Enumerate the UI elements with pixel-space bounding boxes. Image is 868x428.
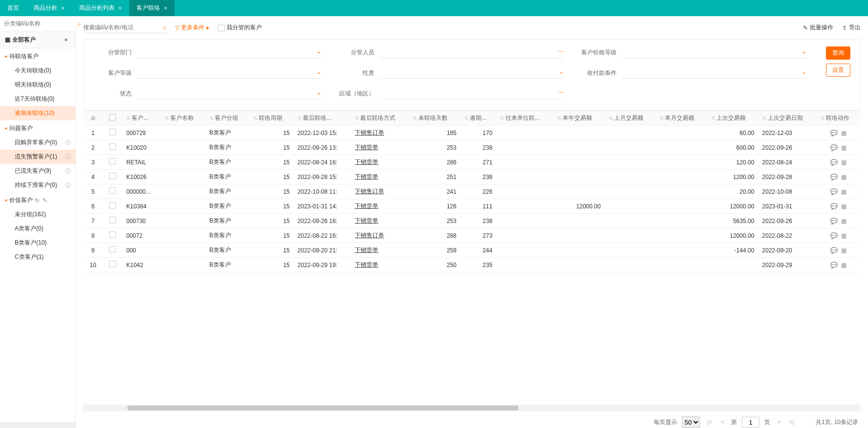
checkbox-icon[interactable] — [109, 231, 116, 238]
chat-icon[interactable]: 💬 — [830, 130, 838, 136]
last-page-button[interactable]: >| — [787, 419, 796, 426]
chat-icon[interactable]: 💬 — [830, 218, 838, 225]
sidebar-bottom-scroll[interactable] — [0, 422, 75, 428]
table-row[interactable]: 3RETAILB类客户152022-08-24 16:下销货单286271120… — [83, 155, 861, 170]
close-icon[interactable]: × — [164, 5, 167, 12]
table-column-header[interactable]: 上月交易额 — [605, 111, 656, 126]
chat-icon[interactable]: 💬 — [830, 174, 838, 180]
table-column-header[interactable]: 未联络天数 — [409, 111, 460, 126]
table-row[interactable]: 800072B类客户152022-08-22 16:下销售订单288273120… — [83, 228, 861, 243]
more-conditions-link[interactable]: ▽ 更多条件 ▾ — [175, 23, 209, 32]
tree-item[interactable]: 流失预警客户(1)ⓘ — [0, 150, 75, 164]
tree-group[interactable]: ▾价值客户↻✎ — [0, 192, 75, 207]
my-customers-checkbox[interactable]: 我分管的客户 — [218, 23, 262, 32]
qr-icon[interactable]: ▦ — [841, 188, 846, 195]
filter-input[interactable]: ⌄ — [137, 46, 321, 58]
tree-item[interactable]: C类客户(1) — [0, 250, 75, 264]
table-column-header[interactable]: ⚙ — [83, 111, 103, 126]
contact-method-link[interactable]: 下销售订单 — [355, 188, 384, 195]
info-icon[interactable]: ⓘ — [65, 181, 70, 189]
settings-button[interactable]: 设置 — [826, 64, 850, 77]
table-row[interactable]: 10K1042B类客户152022-09-29 19:下销货单250235202… — [83, 258, 861, 272]
table-column-header[interactable]: 最后联络... — [294, 111, 351, 126]
refresh-icon[interactable]: ↻ — [35, 197, 40, 204]
chat-icon[interactable]: 💬 — [830, 232, 838, 239]
gear-icon[interactable]: ⚙ — [91, 115, 96, 122]
contact-method-link[interactable]: 下销售订单 — [355, 129, 384, 136]
filter-input[interactable]: ⌄ — [137, 67, 321, 79]
chevron-down-icon[interactable]: ⌄ — [317, 48, 321, 55]
chevron-down-icon[interactable]: ⌄ — [559, 68, 564, 75]
tree-item[interactable]: 明天待联络(0) — [0, 78, 75, 92]
info-icon[interactable]: ⓘ — [65, 153, 70, 160]
collapse-icon[interactable]: « — [62, 35, 70, 44]
table-column-header[interactable] — [103, 111, 122, 126]
page-input[interactable] — [742, 417, 759, 428]
chat-icon[interactable]: 💬 — [830, 262, 838, 269]
table-column-header[interactable]: 上次交易日期 — [758, 111, 817, 126]
contact-method-link[interactable]: 下销货单 — [355, 173, 378, 180]
checkbox-icon[interactable] — [109, 114, 116, 121]
first-page-button[interactable]: |< — [705, 419, 714, 426]
edit-icon[interactable]: ✎ — [43, 197, 47, 204]
filter-input[interactable]: ⋯ — [380, 88, 564, 99]
tree-item[interactable]: 未分组(162) — [0, 207, 75, 222]
qr-icon[interactable]: ▦ — [841, 247, 846, 254]
close-icon[interactable]: × — [61, 5, 65, 12]
chat-icon[interactable]: 💬 — [830, 159, 838, 166]
table-column-header[interactable]: 联络动作 — [817, 111, 861, 126]
more-icon[interactable]: ⋯ — [558, 89, 564, 96]
filter-input[interactable]: ⌄ — [380, 67, 564, 79]
table-column-header[interactable]: 客户分组 — [206, 111, 250, 126]
tree-item[interactable]: A类客户(0) — [0, 222, 75, 236]
tree-group[interactable]: ▾问题客户 — [0, 120, 75, 135]
qr-icon[interactable]: ▦ — [841, 130, 846, 136]
main-search-input[interactable] — [83, 22, 163, 33]
table-row[interactable]: 6K10384B类客户152023-01-31 14:下销货单126111120… — [83, 199, 861, 214]
prev-page-button[interactable]: < — [719, 419, 726, 426]
table-column-header[interactable]: 联络周期 — [250, 111, 294, 126]
chevron-down-icon[interactable]: ⌄ — [317, 89, 321, 96]
tree-item[interactable]: 已流失客户(9)ⓘ — [0, 164, 75, 178]
table-column-header[interactable]: 本年交易额 — [553, 111, 605, 126]
checkbox-icon[interactable] — [109, 158, 116, 165]
chat-icon[interactable]: 💬 — [830, 188, 838, 195]
tree-item[interactable]: B类客户(10) — [0, 236, 75, 250]
chevron-down-icon[interactable]: ⌄ — [801, 48, 806, 55]
qr-icon[interactable]: ▦ — [841, 203, 846, 210]
filter-input[interactable]: ⌄ — [622, 46, 806, 58]
table-row[interactable]: 5000000...B类客户152022-10-08 11:下销售订单24122… — [83, 184, 861, 199]
next-page-button[interactable]: > — [775, 419, 782, 426]
scrollbar-thumb[interactable] — [127, 405, 519, 410]
table-column-header[interactable]: 逾期... — [460, 111, 496, 126]
table-row[interactable]: 1000729B类客户152022-12-03 15:下销售订单18517060… — [83, 126, 861, 140]
tab-商品分析[interactable]: 商品分析× — [26, 0, 72, 16]
checkbox-icon[interactable] — [109, 173, 116, 180]
chat-icon[interactable]: 💬 — [830, 203, 838, 210]
chevron-down-icon[interactable]: ⌄ — [801, 68, 806, 75]
per-page-select[interactable]: 50 — [682, 416, 700, 428]
contact-method-link[interactable]: 下销售订单 — [355, 232, 384, 239]
table-row[interactable]: 2K10020B类客户152022-09-26 13:下销货单253238600… — [83, 140, 861, 155]
filter-input[interactable]: ⌄ — [137, 88, 321, 99]
filter-input[interactable]: ⌄ — [622, 67, 806, 79]
tab-客户联络[interactable]: 客户联络× — [129, 0, 175, 16]
contact-method-link[interactable]: 下销货单 — [355, 217, 378, 224]
batch-ops-button[interactable]: ✎ 批量操作 — [803, 23, 833, 32]
checkbox-icon[interactable] — [109, 202, 116, 209]
query-button[interactable]: 查询 — [826, 46, 850, 60]
table-row[interactable]: 7000730B类客户152022-09-26 18:下销货单253238563… — [83, 214, 861, 228]
qr-icon[interactable]: ▦ — [841, 159, 846, 166]
horizontal-scrollbar[interactable] — [83, 405, 861, 411]
close-icon[interactable]: × — [118, 5, 122, 12]
sidebar-header[interactable]: ▦ 全部客户 « — [0, 31, 75, 48]
more-icon[interactable]: ⋯ — [558, 48, 564, 55]
table-column-header[interactable]: 客户名称 — [161, 111, 205, 126]
table-column-header[interactable]: 客户... — [122, 111, 161, 126]
table-column-header[interactable]: 最后联络方式 — [351, 111, 409, 126]
contact-method-link[interactable]: 下销货单 — [355, 247, 378, 253]
info-icon[interactable]: ⓘ — [65, 139, 70, 146]
qr-icon[interactable]: ▦ — [841, 144, 846, 151]
checkbox-icon[interactable] — [109, 143, 116, 150]
tree-group[interactable]: ▾待联络客户 — [0, 48, 75, 64]
